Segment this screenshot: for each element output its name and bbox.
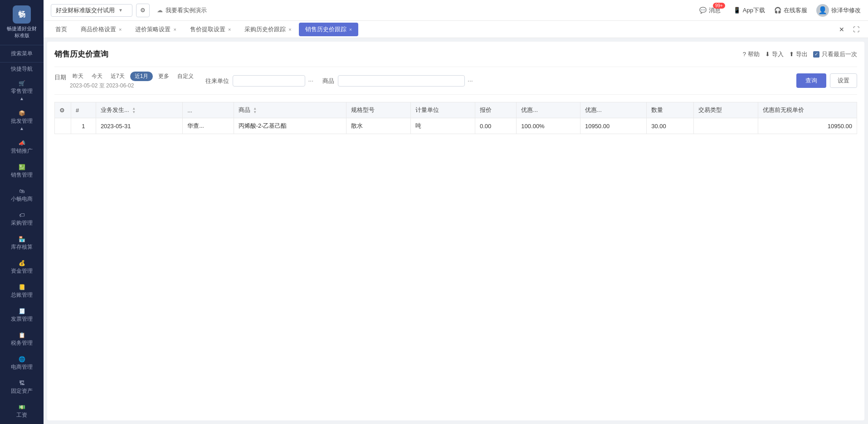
sidebar-item-sales[interactable]: 💹 销售管理 (0, 159, 44, 183)
sort-icon-date: ▲▼ (132, 107, 136, 114)
sidebar-search[interactable]: 搜索菜单 (0, 45, 44, 63)
date-buttons: 昨天 今天 近7天 近1月 更多 自定义 (70, 72, 196, 81)
app-download-button[interactable]: 📱 App下载 (733, 6, 765, 14)
import-button[interactable]: ⬇ 导入 (765, 50, 784, 58)
message-icon: 💬 (699, 7, 707, 14)
version-selector-label: 好业财标准版交付试用 (56, 6, 115, 14)
online-service-button[interactable]: 🎧 在线客服 (774, 6, 807, 14)
sidebar-item-inventory[interactable]: 🏪 库存核算 (0, 231, 44, 255)
help-button[interactable]: ? 帮助 (743, 50, 760, 58)
col-date[interactable]: 业务发生... ▲▼ (96, 102, 182, 118)
date-btn-yesterday[interactable]: 昨天 (70, 72, 86, 81)
wholesale-arrow: ▲ (20, 126, 24, 131)
row-spec: 散水 (346, 118, 411, 134)
sidebar-quick-nav[interactable]: 快捷导航 (0, 63, 44, 76)
settings-button[interactable]: 设置 (830, 73, 857, 88)
date-btn-today[interactable]: 今天 (89, 72, 105, 81)
sidebar-item-ecommerce-small[interactable]: 🛍 小畅电商 (0, 183, 44, 207)
page-header: 销售历史价查询 ? 帮助 ⬇ 导入 ⬆ 导出 ✓ 只看最后一次 (54, 49, 857, 59)
finance-icon: 💰 (19, 260, 25, 266)
sidebar-item-ledger[interactable]: 📒 总账管理 (0, 279, 44, 304)
col-num: # (71, 102, 96, 118)
row-extra: 华查... (183, 118, 234, 134)
user-name: 徐泽华修改 (831, 6, 861, 14)
user-profile[interactable]: 👤 徐泽华修改 (816, 4, 861, 17)
col-qty: 数量 (647, 102, 694, 118)
source-input[interactable] (233, 75, 305, 87)
retail-arrow: ▲ (20, 96, 24, 101)
tab-price-extract-close[interactable]: × (228, 27, 231, 32)
sidebar-item-salary[interactable]: 💵 工资 (0, 400, 44, 424)
app-logo: 畅 畅捷通好业财 标准版 (0, 0, 44, 45)
tab-sales-history-close[interactable]: × (349, 27, 352, 32)
retail-icon: 🛒 (19, 80, 25, 87)
product-input[interactable] (338, 75, 465, 87)
ecommerce-icon: 🌐 (19, 356, 25, 362)
data-table: ⚙ # 业务发生... ▲▼ ... 商品 ▲▼ 规格型号 (54, 102, 857, 134)
sidebar-item-ecommerce[interactable]: 🌐 电商管理 (0, 352, 44, 376)
tab-purchase-strategy-close[interactable]: × (173, 27, 176, 32)
tab-price-extract[interactable]: 售价提取设置 × (184, 23, 237, 36)
col-pretax-price: 优惠前无税单价 (758, 102, 857, 118)
main-area: 好业财标准版交付试用 ▼ ⚙ ☁ 我要看实例演示 💬 消息 99+ 📱 App下… (44, 0, 868, 424)
demo-link[interactable]: ☁ 我要看实例演示 (157, 6, 207, 14)
col-product[interactable]: 商品 ▲▼ (234, 102, 346, 118)
topbar-settings-button[interactable]: ⚙ (136, 4, 150, 17)
logo-text: 畅捷通好业财 标准版 (7, 25, 37, 39)
help-icon: ? (743, 51, 746, 58)
sidebar-item-purchase[interactable]: 🏷 采购管理 (0, 207, 44, 231)
tab-price-close[interactable]: × (119, 27, 122, 32)
wholesale-icon: 📦 (19, 110, 25, 116)
sidebar-item-retail[interactable]: 🛒 零售管理 ▲ (0, 76, 44, 106)
sidebar-item-tax[interactable]: 📋 税务管理 (0, 328, 44, 352)
message-badge: 99+ (713, 3, 725, 9)
message-button[interactable]: 💬 消息 99+ (699, 6, 721, 14)
date-btn-more[interactable]: 更多 (156, 72, 172, 81)
only-last-checkbox[interactable]: ✓ 只看最后一次 (813, 50, 857, 58)
sidebar-item-finance[interactable]: 💰 资金管理 (0, 255, 44, 279)
col-settings[interactable]: ⚙ (55, 102, 71, 118)
row-trans-type (694, 118, 758, 134)
tab-home[interactable]: 首页 (49, 23, 73, 36)
topbar-right: 💬 消息 99+ 📱 App下载 🎧 在线客服 👤 徐泽华修改 (699, 4, 861, 17)
tab-price[interactable]: 商品价格设置 × (74, 23, 128, 36)
page-title: 销售历史价查询 (54, 49, 108, 59)
import-icon: ⬇ (765, 51, 770, 58)
sidebar-item-assets[interactable]: 🏗 固定资产 (0, 376, 44, 400)
chevron-down-icon: ▼ (118, 8, 123, 13)
query-button[interactable]: 查询 (796, 73, 826, 88)
col-discount1: 优惠... (517, 102, 580, 118)
row-settings[interactable] (55, 118, 71, 134)
invoice-icon: 🧾 (19, 308, 25, 314)
date-btn-custom[interactable]: 自定义 (175, 72, 196, 81)
date-btn-7days[interactable]: 近7天 (108, 72, 127, 81)
export-button[interactable]: ⬆ 导出 (789, 50, 808, 58)
sidebar-item-wholesale[interactable]: 📦 批发管理 ▲ (0, 106, 44, 135)
tab-purchase-history[interactable]: 采购历史价跟踪 × (238, 23, 297, 36)
filter-bar: 日期 昨天 今天 近7天 近1月 更多 自定义 2023-05-02 至 202… (54, 67, 857, 95)
col-price: 报价 (475, 102, 517, 118)
only-last-checkbox-box: ✓ (813, 51, 819, 58)
date-filter-group: 日期 昨天 今天 近7天 近1月 更多 自定义 2023-05-02 至 202… (54, 72, 196, 90)
page-header-actions: ? 帮助 ⬇ 导入 ⬆ 导出 ✓ 只看最后一次 (743, 50, 857, 58)
sort-icon-product: ▲▼ (253, 107, 257, 114)
product-input-group: ··· (338, 75, 473, 87)
sidebar-item-invoice[interactable]: 🧾 发票管理 (0, 304, 44, 328)
col-unit: 计量单位 (411, 102, 475, 118)
sidebar: 畅 畅捷通好业财 标准版 搜索菜单 快捷导航 🛒 零售管理 ▲ 📦 批发管理 ▲… (0, 0, 44, 424)
tab-sales-history[interactable]: 销售历史价跟踪 × (299, 23, 358, 36)
tab-expand-button[interactable]: ⛶ (850, 23, 863, 36)
source-search-icon[interactable]: ··· (308, 77, 313, 84)
sidebar-item-marketing[interactable]: 📣 营销推广 (0, 135, 44, 159)
tab-close-button[interactable]: ✕ (835, 23, 848, 36)
inventory-icon: 🏪 (19, 236, 25, 242)
tab-purchase-history-close[interactable]: × (288, 27, 291, 32)
sales-icon: 💹 (19, 164, 25, 170)
product-search-icon[interactable]: ··· (468, 77, 473, 84)
tabbar: 首页 商品价格设置 × 进价策略设置 × 售价提取设置 × 采购历史价跟踪 × … (44, 21, 868, 38)
tab-purchase-strategy[interactable]: 进价策略设置 × (129, 23, 182, 36)
date-btn-1month[interactable]: 近1月 (130, 72, 153, 81)
row-unit: 吨 (411, 118, 475, 134)
ecommerce-small-icon: 🛍 (19, 188, 24, 194)
version-selector[interactable]: 好业财标准版交付试用 ▼ (51, 4, 132, 17)
